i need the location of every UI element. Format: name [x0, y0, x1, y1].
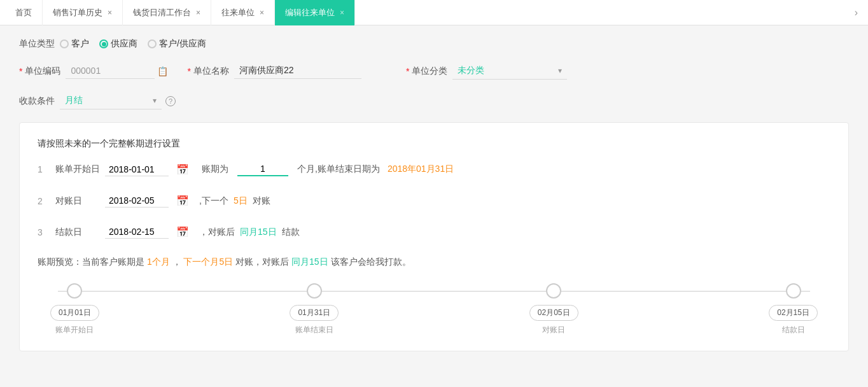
calendar-icon-2[interactable]: 📅	[176, 195, 189, 207]
period-prefix-3: ，对账后	[199, 227, 235, 238]
unit-name-label: 单位名称	[193, 66, 229, 77]
period-months-input[interactable]	[237, 162, 288, 176]
unit-code-label: 单位编码	[25, 66, 60, 77]
period-suffix-2: 对账	[253, 195, 270, 207]
timeline-items: 01月01日 账单开始日 01月31日 账单结束日 02月05日 对账日	[50, 283, 818, 335]
preview-prefix: 账期预览：当前客户账期是	[38, 257, 144, 267]
tab-close-cash-work[interactable]: ×	[196, 8, 200, 17]
preview-text: 账期预览：当前客户账期是 1个月 ， 下一个月5日 对账，对账后 同月15日 该…	[38, 257, 830, 268]
timeline-label-1: 账单开始日	[55, 325, 94, 335]
unit-classify-dropdown[interactable]: 未分类 ▾	[452, 62, 567, 80]
timeline-bubble-2: 01月31日	[290, 305, 339, 321]
period-row-1: 1 账单开始日 📅 账期为 个月,账单结束日期为 2018年01月31日	[38, 162, 830, 176]
unit-classify-value: 未分类	[458, 65, 553, 76]
period-num-2: 2	[38, 196, 50, 206]
unit-classify-label: 单位分类	[412, 66, 447, 77]
payment-label: 收款条件	[19, 95, 55, 107]
help-icon[interactable]: ?	[165, 96, 176, 106]
period-highlight-3: 同月15日	[240, 227, 277, 238]
timeline-label-2: 账单结束日	[295, 325, 333, 335]
period-box: 请按照未来的一个完整帐期进行设置 1 账单开始日 📅 账期为 个月,账单结束日期…	[19, 122, 849, 351]
radio-both[interactable]: 客户/供应商	[148, 38, 206, 50]
timeline-dot-4	[786, 283, 801, 299]
payment-row: 收款条件 月结 ▾ ?	[19, 92, 849, 109]
period-suffix-3: 结款	[282, 227, 300, 238]
tab-close-partner[interactable]: ×	[260, 8, 264, 17]
period-date-input-2[interactable]	[105, 194, 169, 208]
preview-mid2: 对账，对账后	[235, 257, 289, 267]
period-mid-text-1: 账期为	[202, 164, 228, 175]
tab-edit-partner[interactable]: 编辑往来单位 ×	[275, 0, 355, 25]
timeline-item-4: 02月15日 结款日	[769, 283, 818, 335]
tab-home[interactable]: 首页	[5, 0, 43, 25]
chevron-down-icon: ▾	[558, 66, 562, 75]
required-star-name: *	[187, 66, 190, 76]
timeline-dot-2	[307, 283, 322, 299]
radio-label-customer: 客户	[71, 38, 89, 50]
unit-name-input[interactable]	[234, 63, 361, 79]
timeline-container: 01月01日 账单开始日 01月31日 账单结束日 02月05日 对账日	[38, 283, 830, 335]
period-title: 请按照未来的一个完整帐期进行设置	[38, 138, 830, 150]
unit-type-row: 单位类型 客户 供应商 客户/供应商	[19, 38, 849, 50]
period-label-3: 结款日	[55, 227, 100, 238]
radio-label-both: 客户/供应商	[159, 38, 206, 50]
period-label-1: 账单开始日	[55, 164, 100, 175]
preview-mid1: ，	[172, 257, 181, 267]
unit-info-row: * 单位编码 📋 * 单位名称 * 单位分类 未分类 ▾	[19, 62, 849, 80]
period-prefix-2: ,下一个	[199, 195, 228, 207]
timeline-label-3: 对账日	[542, 325, 565, 335]
period-suffix-1: 个月,账单结束日期为	[297, 164, 380, 175]
timeline-dot-1	[67, 283, 82, 299]
period-highlight-date-1: 2018年01月31日	[388, 164, 454, 175]
radio-label-supplier: 供应商	[111, 38, 137, 50]
unit-type-field: 单位类型 客户 供应商 客户/供应商	[19, 38, 206, 50]
tab-close-sales-history[interactable]: ×	[108, 8, 112, 17]
radio-group-unit-type: 客户 供应商 客户/供应商	[60, 38, 206, 50]
required-star-code: *	[19, 66, 22, 76]
timeline-item-3: 02月05日 对账日	[529, 283, 578, 335]
unit-type-label: 单位类型	[19, 38, 55, 50]
timeline-dot-3	[546, 283, 561, 299]
unit-classify-field: * 单位分类 未分类 ▾	[406, 62, 567, 80]
timeline-label-4: 结款日	[782, 325, 805, 335]
calendar-icon-3[interactable]: 📅	[176, 226, 189, 238]
radio-customer[interactable]: 客户	[60, 38, 89, 50]
period-row-2: 2 对账日 📅 ,下一个 5日 对账	[38, 194, 830, 208]
calendar-icon-1[interactable]: 📅	[176, 164, 189, 176]
timeline-bubble-1: 01月01日	[50, 305, 99, 321]
preview-item3: 同月15日	[291, 257, 328, 267]
period-label-2: 对账日	[55, 195, 100, 207]
period-num-3: 3	[38, 227, 50, 237]
radio-circle-both	[148, 39, 157, 48]
period-date-input-1[interactable]	[105, 163, 169, 176]
radio-circle-customer	[60, 39, 69, 48]
timeline-item-2: 01月31日 账单结束日	[290, 283, 339, 335]
radio-inner-supplier	[102, 42, 106, 46]
unit-name-field: * 单位名称	[187, 63, 361, 79]
payment-field: 收款条件 月结 ▾ ?	[19, 92, 176, 109]
period-highlight-2: 5日	[234, 195, 248, 207]
tab-close-edit-partner[interactable]: ×	[340, 8, 344, 17]
preview-suffix: 该客户会给我打款。	[331, 257, 411, 267]
chevron-down-icon-payment: ▾	[153, 96, 157, 105]
tabs-bar: 首页 销售订单历史 × 钱货日清工作台 × 往来单位 × 编辑往来单位 × ›	[0, 0, 868, 25]
tab-partner[interactable]: 往来单位 ×	[211, 0, 275, 25]
payment-value: 月结	[65, 95, 148, 106]
radio-supplier[interactable]: 供应商	[99, 38, 137, 50]
required-star-classify: *	[406, 66, 409, 76]
tab-cash-work[interactable]: 钱货日清工作台 ×	[123, 0, 211, 25]
tab-sales-history[interactable]: 销售订单历史 ×	[43, 0, 123, 25]
timeline-item-1: 01月01日 账单开始日	[50, 283, 99, 335]
period-num-1: 1	[38, 164, 50, 174]
period-date-input-3[interactable]	[105, 225, 169, 239]
payment-dropdown[interactable]: 月结 ▾	[60, 92, 162, 109]
unit-code-input[interactable]	[66, 63, 155, 79]
unit-code-field: * 单位编码 📋	[19, 63, 168, 79]
timeline-bubble-4: 02月15日	[769, 305, 818, 321]
page-content: 单位类型 客户 供应商 客户/供应商	[0, 25, 868, 364]
preview-item1: 1个月	[147, 257, 170, 267]
preview-item2: 下一个月5日	[183, 257, 233, 267]
tab-more-button[interactable]: ›	[850, 7, 863, 18]
timeline-bubble-3: 02月05日	[529, 305, 578, 321]
copy-icon[interactable]: 📋	[157, 66, 168, 76]
